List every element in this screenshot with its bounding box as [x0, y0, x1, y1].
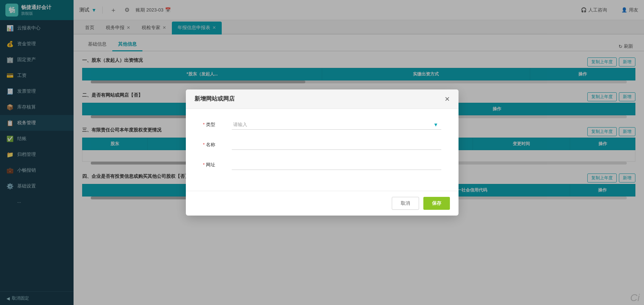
- type-label: * 类型: [203, 121, 232, 128]
- url-field: [232, 160, 441, 170]
- modal-footer: 取消 保存: [186, 191, 459, 216]
- url-label: * 网址: [203, 162, 232, 168]
- type-field: 请输入 ▼: [232, 120, 441, 130]
- name-label: * 名称: [203, 142, 232, 148]
- form-row-url: * 网址: [203, 160, 441, 170]
- modal-header: 新增网站或网店 ✕: [186, 89, 459, 109]
- modal-overlay: 新增网站或网店 ✕ * 类型 请输入 ▼ *: [0, 0, 644, 305]
- modal-dialog: 新增网站或网店 ✕ * 类型 请输入 ▼ *: [186, 89, 459, 216]
- name-field: [232, 140, 441, 150]
- form-row-type: * 类型 请输入 ▼: [203, 120, 441, 130]
- modal-body: * 类型 请输入 ▼ * 名称: [186, 109, 459, 191]
- type-select[interactable]: 请输入: [232, 120, 441, 130]
- modal-title: 新增网站或网店: [194, 95, 235, 103]
- cancel-button[interactable]: 取消: [392, 197, 419, 210]
- modal-close-button[interactable]: ✕: [445, 96, 450, 102]
- name-input[interactable]: [232, 140, 441, 150]
- save-button[interactable]: 保存: [423, 197, 450, 210]
- form-row-name: * 名称: [203, 140, 441, 150]
- url-input[interactable]: [232, 160, 441, 170]
